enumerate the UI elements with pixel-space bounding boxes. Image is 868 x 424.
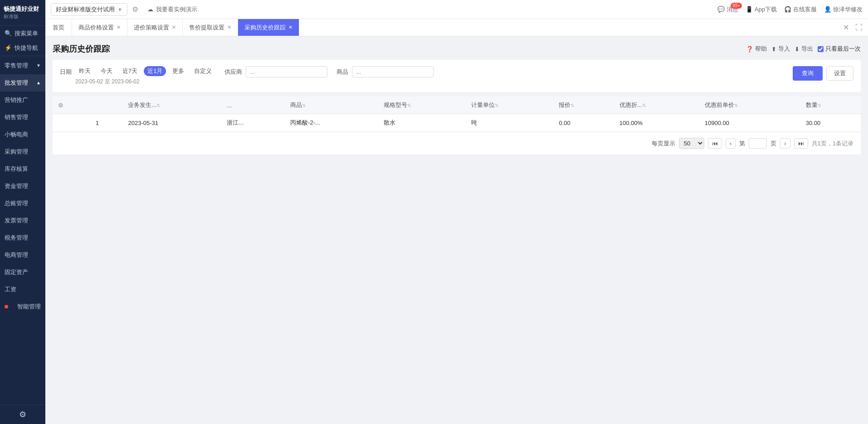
help-label: 帮助	[755, 45, 767, 53]
sort-icon-spec[interactable]: ⇅	[407, 103, 411, 108]
last-only-input[interactable]	[818, 46, 824, 52]
tab-close-icon[interactable]: ✕	[288, 24, 293, 30]
table-head: ⚙业务发生...⇅...商品⇅规格型号⇅计量单位⇅报价⇅优惠折...⇅优惠前单价…	[53, 96, 861, 114]
settings-filter-button[interactable]: 设置	[826, 66, 853, 81]
cell-0-10: 30.00	[800, 114, 861, 132]
col-header-quote[interactable]: 报价⇅	[553, 96, 614, 114]
topbar-selector[interactable]: 好业财标准版交付试用 ▼	[51, 3, 127, 16]
prev-page-button[interactable]: ‹	[726, 138, 736, 149]
sort-icon-biz_date[interactable]: ⇅	[156, 103, 160, 108]
col-header-unit[interactable]: 计量单位⇅	[466, 96, 553, 114]
tab-close-icon[interactable]: ✕	[172, 24, 176, 30]
sort-icon-quantity[interactable]: ⇅	[818, 103, 821, 108]
filter-goods-group: 商品	[336, 66, 434, 77]
export-button[interactable]: ⬇ 导出	[795, 45, 813, 53]
tabs-container: 首页商品价格设置 ✕进价策略设置 ✕售价提取设置 ✕采购历史价跟踪 ✕	[45, 19, 299, 36]
date-option-今天[interactable]: 今天	[97, 66, 116, 76]
col-header-pre_disc_price[interactable]: 优惠前单价⇅	[699, 96, 800, 114]
table-settings-icon[interactable]: ⚙	[58, 102, 63, 109]
date-option-更多[interactable]: 更多	[169, 66, 188, 76]
sort-icon-quote[interactable]: ⇅	[571, 103, 574, 108]
page-label: 页	[770, 140, 776, 148]
topbar-online-service[interactable]: 🎧 在线客服	[784, 5, 817, 14]
topbar-message[interactable]: 💬 消息 99+	[717, 5, 738, 14]
quick-nav-icon: ⚡	[5, 44, 12, 51]
tab-close-icon[interactable]: ✕	[117, 24, 121, 30]
cell-0-2: 2023-05-31	[122, 114, 221, 132]
topbar-demo[interactable]: ☁ 我要看实例演示	[147, 5, 197, 14]
sidebar-item-fixed-assets[interactable]: 固定资产	[0, 264, 45, 281]
col-label-spec: 规格型号	[384, 101, 407, 108]
logo-sub: 标准版	[4, 13, 42, 20]
last-only-checkbox[interactable]: 只看最后一次	[818, 45, 861, 53]
date-option-近1月[interactable]: 近1月	[144, 66, 166, 76]
sidebar-item-invoice[interactable]: 发票管理	[0, 212, 45, 229]
page-actions: ❓ 帮助 ⬆ 导入 ⬇ 导出 只看最后一次	[746, 45, 861, 53]
date-option-昨天[interactable]: 昨天	[75, 66, 94, 76]
date-option-近7天[interactable]: 近7天	[119, 66, 141, 76]
tabbar-end: ✕ ⛶	[841, 22, 868, 33]
online-service-label: 在线客服	[793, 5, 817, 14]
col-header-goods[interactable]: 商品⇅	[285, 96, 378, 114]
table-row[interactable]: 12023-05-31浙江...丙烯酸-2-...散水吨0.00100.00%1…	[53, 114, 861, 132]
settings-icon[interactable]: ⚙	[19, 410, 26, 419]
tabbar: 首页商品价格设置 ✕进价策略设置 ✕售价提取设置 ✕采购历史价跟踪 ✕ ✕ ⛶	[45, 19, 868, 36]
sidebar-item-ecommerce[interactable]: 电商管理	[0, 246, 45, 264]
topbar-user[interactable]: 👤 徐泽华修改	[824, 5, 863, 14]
col-header-biz_date[interactable]: 业务发生...⇅	[122, 96, 221, 114]
last-page-button[interactable]: ⏭	[794, 138, 808, 149]
sidebar-item-payroll[interactable]: 工资	[0, 281, 45, 298]
tab-close-button[interactable]: ✕	[841, 22, 851, 33]
sort-icon-pre_disc_price[interactable]: ⇅	[734, 103, 738, 108]
data-table: ⚙业务发生...⇅...商品⇅规格型号⇅计量单位⇅报价⇅优惠折...⇅优惠前单价…	[53, 96, 861, 132]
import-label: 导入	[778, 45, 790, 53]
sidebar-item-purchase[interactable]: 采购管理	[0, 143, 45, 160]
filter-bar: 日期 昨天今天近7天近1月更多自定义 2023-05-02 至 2023-06-…	[53, 60, 861, 92]
col-label-pre_disc_price: 优惠前单价	[705, 101, 734, 108]
sidebar-item-inventory[interactable]: 库存核算	[0, 160, 45, 178]
sidebar-item-sales[interactable]: 销售管理	[0, 109, 45, 126]
col-header-seq	[90, 96, 123, 114]
page-number-input[interactable]: 1	[749, 138, 767, 149]
tab-purchase-strategy[interactable]: 进价策略设置 ✕	[127, 19, 183, 36]
sidebar-item-finance[interactable]: 资金管理	[0, 178, 45, 195]
tab-expand-button[interactable]: ⛶	[853, 23, 864, 33]
query-button[interactable]: 查询	[793, 66, 823, 81]
sidebar-item-label: 小畅电商	[5, 130, 28, 139]
next-page-button[interactable]: ›	[780, 138, 790, 149]
tab-close-icon[interactable]: ✕	[227, 24, 231, 30]
supplier-input[interactable]	[246, 66, 327, 77]
help-button[interactable]: ❓ 帮助	[746, 45, 767, 53]
cell-0-3: 浙江...	[221, 114, 285, 132]
help-icon: ❓	[746, 46, 753, 53]
goods-input[interactable]	[352, 66, 434, 77]
sidebar-item-label: 零售管理	[5, 62, 28, 70]
topbar-app-download[interactable]: 📱 App下载	[746, 5, 777, 14]
sidebar-item-ecommerce-small[interactable]: 小畅电商	[0, 126, 45, 143]
sidebar-search[interactable]: 🔍 搜索菜单	[0, 26, 45, 41]
sort-icon-unit[interactable]: ⇅	[495, 103, 498, 108]
sort-icon-discount[interactable]: ⇅	[642, 103, 646, 108]
topbar-settings-icon[interactable]: ⚙	[132, 5, 138, 14]
col-header-discount[interactable]: 优惠折...⇅	[614, 96, 699, 114]
sidebar-quick-nav[interactable]: ⚡ 快捷导航	[0, 41, 45, 55]
per-page-select[interactable]: 102050100	[679, 138, 704, 149]
headset-icon: 🎧	[784, 6, 791, 13]
import-button[interactable]: ⬆ 导入	[771, 45, 790, 53]
sidebar-item-wholesale[interactable]: 批发管理▲	[0, 74, 45, 92]
tab-sale-price[interactable]: 售价提取设置 ✕	[183, 19, 238, 36]
date-option-自定义[interactable]: 自定义	[190, 66, 215, 76]
sidebar-item-tax[interactable]: 税务管理	[0, 229, 45, 246]
col-header-spec[interactable]: 规格型号⇅	[378, 96, 466, 114]
col-header-quantity[interactable]: 数量⇅	[800, 96, 861, 114]
sidebar-item-marketing[interactable]: 营销推广	[0, 92, 45, 109]
first-page-button[interactable]: ⏮	[708, 138, 722, 149]
sort-icon-goods[interactable]: ⇅	[302, 103, 306, 108]
tab-goods-price[interactable]: 商品价格设置 ✕	[72, 19, 127, 36]
tab-purchase-history[interactable]: 采购历史价跟踪 ✕	[238, 19, 299, 36]
tab-home[interactable]: 首页	[45, 19, 72, 36]
sidebar-item-general-ledger[interactable]: 总账管理	[0, 195, 45, 212]
export-label: 导出	[801, 45, 813, 53]
sidebar-item-retail[interactable]: 零售管理▼	[0, 57, 45, 74]
sidebar-item-smart[interactable]: 智能管理	[0, 298, 45, 315]
